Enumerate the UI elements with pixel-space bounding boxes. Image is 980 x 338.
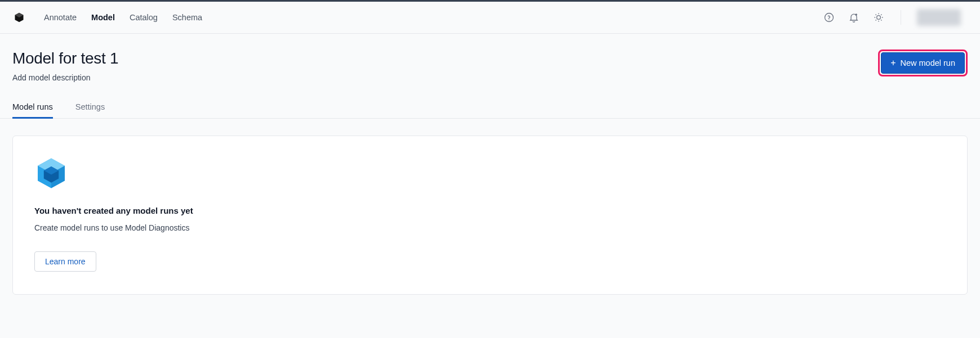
empty-state-card: You haven't created any model runs yet C…	[12, 136, 968, 295]
page-subtitle[interactable]: Add model description	[12, 73, 118, 82]
cube-icon	[14, 12, 25, 23]
primary-nav: Annotate Model Catalog Schema	[44, 13, 202, 22]
new-model-run-highlight: + New model run	[878, 49, 968, 76]
help-button[interactable]	[823, 11, 835, 24]
user-menu[interactable]	[917, 9, 961, 26]
new-model-run-button-label: New model run	[900, 58, 955, 67]
tab-content: You haven't created any model runs yet C…	[0, 119, 980, 312]
bell-icon	[848, 12, 859, 23]
help-circle-icon	[823, 12, 835, 23]
nav-item-annotate[interactable]: Annotate	[44, 13, 77, 22]
notifications-button[interactable]	[848, 11, 860, 24]
nav-item-catalog[interactable]: Catalog	[130, 13, 158, 22]
svg-point-2	[855, 13, 857, 16]
empty-state-text: Create model runs to use Model Diagnosti…	[34, 223, 946, 232]
learn-more-button[interactable]: Learn more	[34, 251, 96, 272]
page-header: Model for test 1 Add model description +…	[0, 34, 980, 82]
page-header-text: Model for test 1 Add model description	[12, 49, 118, 82]
diagnostics-hex-icon	[34, 156, 68, 190]
theme-toggle-button[interactable]	[872, 11, 885, 24]
new-model-run-button[interactable]: + New model run	[881, 52, 965, 74]
svg-point-1	[828, 20, 829, 20]
page-title: Model for test 1	[12, 49, 118, 67]
plus-icon: +	[890, 58, 896, 67]
svg-point-3	[877, 16, 881, 20]
top-nav-bar: Annotate Model Catalog Schema	[0, 2, 980, 34]
topbar-actions	[823, 9, 966, 26]
empty-state-title: You haven't created any model runs yet	[34, 206, 946, 215]
nav-item-model[interactable]: Model	[91, 13, 115, 22]
tab-model-runs[interactable]: Model runs	[12, 102, 53, 119]
nav-item-schema[interactable]: Schema	[172, 13, 202, 22]
app-logo[interactable]	[14, 12, 25, 23]
sun-icon	[873, 12, 884, 23]
tabs: Model runs Settings	[0, 102, 980, 119]
tab-settings[interactable]: Settings	[75, 102, 105, 119]
topbar-divider	[901, 10, 901, 25]
svg-point-0	[825, 13, 834, 22]
